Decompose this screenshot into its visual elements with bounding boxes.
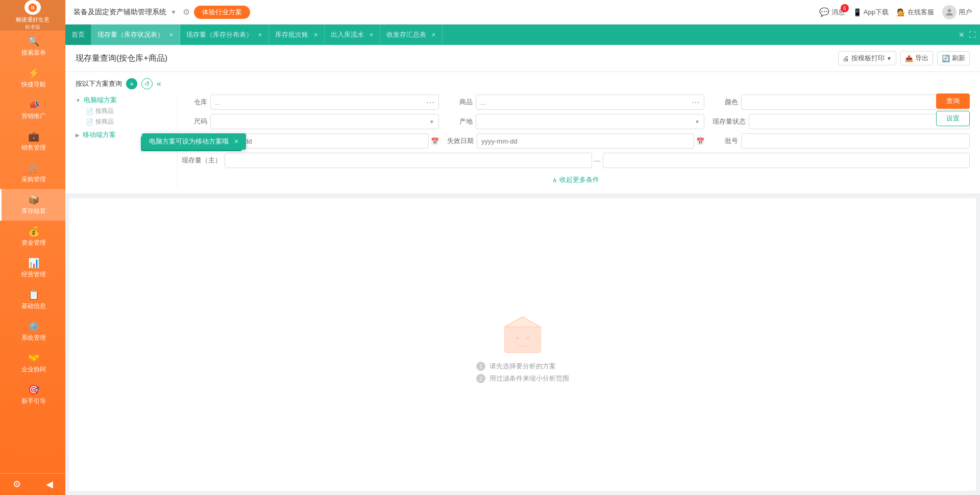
search-button[interactable]: 查询 [936,93,970,109]
sidebar-item-system[interactable]: ⚙️ 系统管理 [0,316,65,347]
desktop-scheme-sub: 📄 按商品 📄 按商品 [76,106,171,127]
stock-qty-range: — [225,153,970,168]
search-icon: 🔍 [28,36,39,47]
expire-date-input[interactable] [477,133,694,149]
page-actions: 🖨 按模板打印 ▼ 📤 导出 🔄 刷新 [838,51,970,65]
experience-button[interactable]: 体验行业方案 [194,6,250,19]
tab-close-inventory-dist[interactable]: ✕ [258,32,262,38]
sidebar-item-search[interactable]: 🔍 搜索菜单 [0,31,65,62]
app-download-action[interactable]: 📱 App下载 [853,8,889,17]
warehouse-select[interactable]: ... ⋯ [210,95,439,110]
sidebar-item-marketing[interactable]: 📣 营销推广 [0,94,65,126]
scheme-sub-item-2[interactable]: 📄 按商品 [86,116,171,127]
scheme-tooltip-text: 电脑方案可设为移动方案哦 [149,137,229,146]
sidebar-item-basic[interactable]: 📋 基础信息 [0,284,65,316]
sidebar-item-label: 销售管理 [21,144,46,152]
size-select[interactable]: ▼ [210,114,439,129]
filter-stock-qty: 现存量（主） — [182,153,970,168]
refresh-button[interactable]: 🔄 刷新 [937,51,970,65]
refresh-label: 刷新 [952,54,965,63]
export-button[interactable]: 📤 导出 [900,51,933,65]
filter-add-button[interactable]: + [126,78,137,89]
sidebar-item-label: 采购管理 [21,175,46,184]
lightning-icon: ⚡ [28,67,39,79]
svg-point-3 [526,337,529,340]
system-dropdown-icon[interactable]: ▼ [170,9,177,16]
calendar-icon[interactable]: 📅 [431,137,439,145]
service-label: 在线客服 [908,8,934,17]
top-header: 装备及固定资产辅助管理系统 ▼ ⚙ 体验行业方案 💬 6 消息 📱 App下载 … [65,0,980,25]
calendar-icon2[interactable]: 📅 [696,137,704,145]
reset-button[interactable]: 设置 [936,111,970,126]
sidebar-item-finance[interactable]: 💰 资金管理 [0,221,65,252]
goods-more-icon: ⋯ [692,98,700,107]
goods-select[interactable]: ... ⋯ [476,95,704,110]
warehouse-placeholder: ... [215,99,220,106]
header-left: 装备及固定资产辅助管理系统 ▼ ⚙ 体验行业方案 [74,6,250,19]
message-icon: 💬 [819,7,829,17]
user-action[interactable]: 用户 [942,5,972,19]
phone-icon: 📱 [853,8,862,16]
stock-qty-min[interactable] [225,153,592,168]
empty-illustration [492,307,553,358]
sidebar-item-quick[interactable]: ⚡ 快捷导航 [0,62,65,94]
logo-text: 畅捷通好生意 [16,16,50,23]
tab-inout[interactable]: 出入库流水 ✕ [325,25,380,45]
tab-close-inout[interactable]: ✕ [369,32,374,38]
collapse-sidebar-icon[interactable]: ◀ [46,479,53,490]
chevron-down-icon3: ▼ [695,119,700,125]
print-button[interactable]: 🖨 按模板打印 ▼ [838,51,896,65]
tab-batch[interactable]: 库存批次账 ✕ [269,25,325,45]
settings-icon[interactable]: ⚙ [183,7,190,17]
tab-inventory-dist[interactable]: 现存量（库存分布表） ✕ [180,25,269,45]
search-buttons: 查询 设置 [936,93,970,126]
filter-refresh-button[interactable]: ↺ [141,78,153,89]
sidebar-item-inventory[interactable]: 📦 库存核算 [0,189,65,221]
sidebar-item-label: 资金管理 [21,239,46,247]
filter-arrow-button[interactable]: « [157,79,161,88]
money-icon: 💰 [28,226,39,237]
sidebar-item-sales[interactable]: 💼 销售管理 [0,126,65,157]
filter-origin: 产地 ▼ [447,114,704,129]
color-select[interactable]: ▼ [741,95,970,110]
filter-color: 颜色 ▼ [713,95,970,110]
chevron-right-icon: ▼ [76,98,81,103]
sidebar-item-purchase[interactable]: 🛒 采购管理 [0,157,65,189]
origin-select[interactable]: ▼ [476,114,704,129]
empty-hint-item-1: 1 请先选择要分析的方案 [476,362,556,371]
message-action[interactable]: 💬 6 消息 [819,7,845,17]
tab-close-inventory-status[interactable]: ✕ [169,32,174,38]
tab-batch-label: 库存批次账 [275,30,308,39]
expire-date-input-wrap: 📅 [477,133,704,149]
tab-collection[interactable]: 收发存汇总表 ✕ [380,25,443,45]
tab-close-all-icon[interactable]: ✕ [959,31,965,39]
scheme-sub-item-1[interactable]: 📄 按商品 [86,106,171,116]
tab-inventory-status[interactable]: 现存量（库存状况表） ✕ [91,25,180,45]
sidebar-item-label: 企业协同 [21,365,46,374]
stock-qty-max[interactable] [603,153,970,168]
filter-header: 按以下方案查询 + ↺ « 电脑方案可设为移动方案哦 ✕ [76,78,970,89]
tab-home[interactable]: 首页 [65,25,91,45]
sidebar-item-guide[interactable]: 🎯 新手引导 [0,379,65,411]
stock-qty-label: 现存量（主） [182,156,222,165]
cart-icon: 🛒 [28,162,39,174]
logo-icon [24,0,41,15]
tab-close-batch[interactable]: ✕ [313,32,318,38]
tab-fullscreen-icon[interactable]: ⛶ [969,31,976,39]
scheme-tooltip-close[interactable]: ✕ [234,138,239,145]
desktop-scheme-header[interactable]: ▼ 电脑端方案 [76,95,171,106]
tab-close-collection[interactable]: ✕ [431,32,436,38]
sidebar-item-enterprise[interactable]: 🤝 企业协同 [0,347,65,379]
online-service-action[interactable]: 💁 在线客服 [897,8,934,17]
filter-label: 按以下方案查询 [76,79,122,88]
settings-bottom-icon[interactable]: ⚙ [13,479,21,490]
desktop-scheme-branch: ▼ 电脑端方案 📄 按商品 📄 按商品 [76,95,171,127]
batch-no-input[interactable] [741,133,970,149]
filter-row-2: 尺码 ▼ 产地 ▼ [182,114,970,129]
sidebar-logo[interactable]: 畅捷通好生意 标准版 [0,0,65,31]
logo-sub: 标准版 [25,23,40,31]
chevron-down-icon2: ▼ [429,119,434,125]
sidebar-item-label: 新手引导 [21,397,46,406]
collapse-button[interactable]: ∧ 收起更多条件 [182,172,970,187]
sidebar-item-operations[interactable]: 📊 经营管理 [0,252,65,284]
